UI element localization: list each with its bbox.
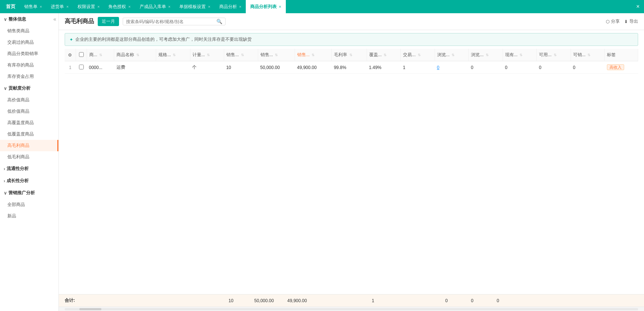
col-trade-count[interactable]: 交易... ⇅ [401,49,435,61]
sidebar-collapse-button[interactable]: « [53,16,56,22]
sidebar-item-high-coverage[interactable]: 高覆盖度商品 [0,117,58,129]
col-saleable-stock[interactable]: 可销... ⇅ [571,49,605,61]
sort-current-stock-icon: ⇅ [519,53,522,57]
col-sales-amount[interactable]: 销售... ⇅ [258,49,295,61]
select-all-checkbox[interactable] [79,52,84,57]
sort-sales-amount-icon: ⇅ [275,53,278,57]
footer-spacer2 [105,298,134,303]
header-actions: ⬡ 分享 ⬇ 导出 [606,18,638,25]
nav-template[interactable]: 单据模板设置 × [175,0,215,13]
search-input[interactable] [126,19,216,24]
sidebar-group-overall[interactable]: ∨ 整体信息 [0,13,58,25]
export-icon: ⬇ [624,19,628,24]
col-code[interactable]: 商... ⇅ [87,49,114,61]
col-settings[interactable]: ⚙ [65,49,76,61]
sort-name-icon: ⇅ [136,53,139,57]
col-margin-rate[interactable]: 毛利率 ⇅ [332,49,367,61]
footer-spacer5 [204,298,226,303]
close-role-icon[interactable]: × [128,4,130,9]
export-button[interactable]: ⬇ 导出 [624,18,638,25]
col-unit[interactable]: 计量... ⇅ [190,49,224,61]
sidebar-item-category-rate[interactable]: 商品分类助销率 [0,48,58,59]
sidebar-item-low-margin[interactable]: 低毛利商品 [0,151,58,163]
row-available-stock: 0 [537,61,571,74]
col-current-stock[interactable]: 现有... ⇅ [503,49,537,61]
nav-finished[interactable]: 产成品入库单 × [135,0,175,13]
row-trade-count: 1 [401,61,435,74]
close-purchase-icon[interactable]: × [66,4,68,9]
window-close-button[interactable]: × [636,3,643,10]
nav-purchase[interactable]: 进货单 × [46,0,73,13]
col-checkbox [76,49,87,61]
col-name[interactable]: 商品名称 ⇅ [114,49,156,61]
row-browse2: 0 [469,61,503,74]
col-browse1[interactable]: 浏览... ⇅ [435,49,469,61]
sidebar-item-low-value[interactable]: 低价值商品 [0,106,58,117]
sidebar-item-traded-goods[interactable]: 交易过的商品 [0,37,58,48]
table-header-row: ⚙ 商... ⇅ 商品名称 ⇅ [65,49,638,61]
tag-high-income-badge: 高收入 [607,64,624,70]
bottom-scrollbar [59,307,644,311]
info-banner: ✦ 企业的主要的利润都是这部分商品创造的，可考虑加大推广，同时关注库存是不要出现… [65,33,638,46]
nav-role[interactable]: 角色授权 × [104,0,135,13]
col-sales-qty[interactable]: 销售... ⇅ [224,49,258,61]
content-header: 高毛利商品 近一月 🔍 ⬡ 分享 ⬇ 导出 [59,13,644,30]
row-checkbox[interactable] [79,65,84,69]
close-finished-icon[interactable]: × [168,4,170,9]
row-sales-cost: 49,900.00 [295,61,331,74]
search-icon[interactable]: 🔍 [216,19,222,24]
col-tag[interactable]: 标签 [605,49,638,61]
sidebar-item-sales-goods[interactable]: 销售类商品 [0,25,58,37]
table-container: ⚙ 商... ⇅ 商品名称 ⇅ [59,49,644,294]
sidebar-group-liquidity[interactable]: › 流通性分析 [0,163,58,175]
sidebar-item-high-margin[interactable]: 高毛利商品 [0,140,58,151]
sidebar: « ∨ 整体信息 销售类商品 交易过的商品 商品分类助销率 有库存的商品 库存资… [0,13,59,311]
arrow-marketing-icon: ∨ [4,191,7,196]
sidebar-group-growth[interactable]: › 成长性分析 [0,175,58,187]
filter-month-button[interactable]: 近一月 [98,17,119,26]
footer-sales-qty: 10 [226,298,252,303]
footer-cells: 10 50,000.00 49,900.00 1 0 0 0 [94,298,638,303]
nav-analysis[interactable]: 商品分析 × [215,0,246,13]
sidebar-item-in-stock[interactable]: 有库存的商品 [0,59,58,71]
col-browse2[interactable]: 浏览... ⇅ [469,49,503,61]
sidebar-group-contribution[interactable]: ∨ 贡献度分析 [0,82,58,94]
sidebar-item-all-goods[interactable]: 全部商品 [0,199,58,210]
sidebar-item-low-coverage[interactable]: 低覆盖度商品 [0,129,58,140]
footer-browse1 [392,298,417,303]
data-table: ⚙ 商... ⇅ 商品名称 ⇅ [65,49,638,74]
col-spec[interactable]: 规格... ⇅ [156,49,190,61]
footer-current-stock: 0 [443,298,469,303]
sort-browse1-icon: ⇅ [451,53,454,57]
col-available-stock[interactable]: 可用... ⇅ [537,49,571,61]
close-analysis-list-icon[interactable]: × [279,4,281,9]
close-sales-icon[interactable]: × [40,4,42,9]
sort-sales-qty-icon: ⇅ [241,53,244,57]
col-coverage[interactable]: 覆盖... ⇅ [367,49,401,61]
sidebar-item-new-goods[interactable]: 新品 [0,210,58,222]
sort-coverage-icon: ⇅ [384,53,386,57]
content-area: 高毛利商品 近一月 🔍 ⬡ 分享 ⬇ 导出 ✦ 企业的主要的利润都是这部分商品创… [59,13,644,311]
sidebar-item-stock-fund[interactable]: 库存资金占用 [0,71,58,82]
close-template-icon[interactable]: × [208,4,210,9]
close-permission-icon[interactable]: × [97,4,100,9]
sidebar-group-marketing[interactable]: ∨ 营销推广分析 [0,187,58,199]
sidebar-item-high-value[interactable]: 高价值商品 [0,94,58,106]
row-browse1[interactable]: 0 [435,61,469,74]
row-sales-amount: 50,000.00 [258,61,295,74]
share-button[interactable]: ⬡ 分享 [606,18,620,25]
table-row: 1 0000... 运费 个 10 50,000.00 49,900.00 99… [65,61,638,74]
scrollbar-thumb[interactable] [79,308,101,310]
footer-spacer3 [134,298,179,303]
col-sales-cost[interactable]: 销售... ⇅ [295,49,331,61]
close-analysis-icon[interactable]: × [239,4,241,9]
nav-permission[interactable]: 权限设置 × [73,0,104,13]
row-tag: 高收入 [605,61,638,74]
nav-home[interactable]: 首页 [1,0,20,13]
sort-spec-icon: ⇅ [173,53,176,57]
nav-analysis-list[interactable]: 商品分析列表 × [246,0,285,13]
nav-sales[interactable]: 销售单 × [20,0,46,13]
footer-spacer4 [179,298,204,303]
arrow-liquidity-icon: › [4,166,5,171]
row-saleable-stock: 0 [571,61,605,74]
